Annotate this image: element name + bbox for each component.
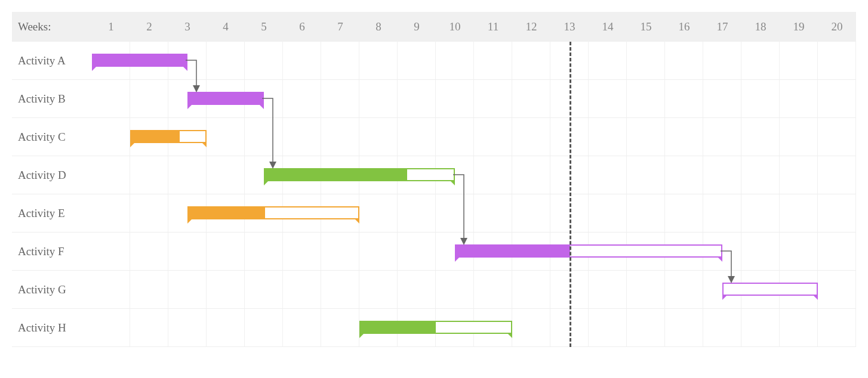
task-label: Activity A	[12, 54, 92, 67]
week-header: 11	[474, 20, 512, 33]
task-row: Activity G	[12, 271, 856, 309]
task-bar-fill	[455, 244, 570, 258]
week-header: 14	[589, 20, 627, 33]
task-cells	[92, 233, 856, 270]
task-bar-outline	[407, 168, 455, 181]
task-bar[interactable]	[455, 244, 722, 258]
week-header: 9	[398, 20, 436, 33]
week-header: 17	[703, 20, 741, 33]
week-header: 19	[780, 20, 818, 33]
task-row: Activity A	[12, 42, 856, 80]
task-bar-outline	[722, 283, 818, 296]
task-cells	[92, 194, 856, 232]
week-header: 12	[512, 20, 550, 33]
task-cells	[92, 118, 856, 156]
task-bar[interactable]	[359, 321, 512, 334]
task-cells	[92, 271, 856, 308]
task-cells	[92, 80, 856, 117]
task-label: Activity D	[12, 169, 92, 182]
task-label: Activity E	[12, 207, 92, 220]
task-cells	[92, 156, 856, 194]
week-header: 4	[207, 20, 245, 33]
week-header: 2	[130, 20, 168, 33]
week-header: 18	[741, 20, 780, 33]
week-header: 3	[168, 20, 207, 33]
task-bar[interactable]	[187, 206, 359, 219]
today-line	[570, 42, 571, 347]
task-bar-outline	[570, 244, 722, 258]
gantt-chart: Weeks: 1234567891011121314151617181920 A…	[12, 12, 856, 366]
task-label: Activity B	[12, 92, 92, 106]
task-bar-fill	[187, 92, 264, 105]
week-header: 5	[245, 20, 283, 33]
task-bar[interactable]	[187, 92, 264, 105]
week-header: 7	[321, 20, 359, 33]
task-bar-fill	[92, 54, 187, 67]
task-row: Activity E	[12, 194, 856, 233]
task-bar[interactable]	[264, 168, 455, 181]
task-label: Activity C	[12, 131, 92, 144]
task-label: Activity H	[12, 321, 92, 334]
week-columns: 1234567891011121314151617181920	[92, 20, 856, 33]
task-row: Activity H	[12, 309, 856, 347]
task-label: Activity G	[12, 283, 92, 296]
week-header: 1	[92, 20, 130, 33]
task-bar-outline	[436, 321, 512, 334]
task-bar-fill	[187, 206, 265, 219]
task-cells	[92, 309, 856, 346]
task-bar-fill	[130, 130, 180, 143]
task-row: Activity D	[12, 156, 856, 194]
task-bar-fill	[264, 168, 407, 181]
task-label: Activity F	[12, 245, 92, 258]
week-header: 10	[436, 20, 474, 33]
task-row: Activity C	[12, 118, 856, 156]
gantt-rows: Activity AActivity BActivity CActivity D…	[12, 42, 856, 347]
header-label: Weeks:	[12, 20, 92, 33]
week-header: 13	[550, 20, 589, 33]
task-bar-fill	[359, 321, 436, 334]
task-row: Activity F	[12, 233, 856, 271]
task-bar[interactable]	[722, 283, 818, 296]
task-cells	[92, 42, 856, 79]
task-bar[interactable]	[130, 130, 207, 143]
week-header: 8	[359, 20, 398, 33]
week-header: 16	[665, 20, 703, 33]
task-row: Activity B	[12, 80, 856, 118]
task-bar[interactable]	[92, 54, 187, 67]
task-bar-outline	[265, 206, 359, 219]
week-header: 20	[818, 20, 856, 33]
week-header: 6	[283, 20, 321, 33]
header-row: Weeks: 1234567891011121314151617181920	[12, 12, 856, 42]
task-bar-outline	[180, 130, 207, 143]
week-header: 15	[627, 20, 665, 33]
